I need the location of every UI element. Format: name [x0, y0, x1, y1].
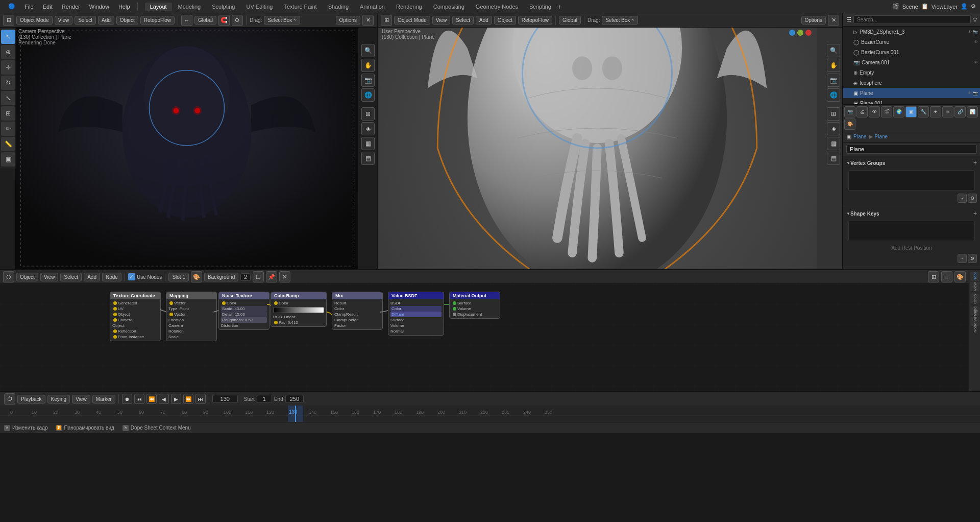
select-tool-icon[interactable]: ↖ — [1, 30, 15, 44]
props-bc-plane1[interactable]: Plane — [853, 134, 867, 139]
tab-compositing[interactable]: Compositing — [428, 3, 470, 11]
add-menu-right[interactable]: Add — [476, 16, 492, 25]
marker-btn[interactable]: Marker — [92, 395, 115, 404]
sk-settings-btn[interactable]: ⚙ — [968, 254, 977, 263]
props-scene-icon[interactable]: 🎬 — [881, 106, 892, 117]
tab-texture-paint[interactable]: Texture Paint — [279, 3, 322, 11]
use-nodes-checkbox[interactable]: ✓ — [128, 273, 135, 280]
node-tab-tool[interactable]: Tool — [970, 272, 979, 281]
node-node-btn[interactable]: Node — [102, 273, 121, 281]
end-frame[interactable]: 250 — [285, 395, 304, 403]
scale-tool-icon[interactable]: ⤡ — [1, 91, 15, 105]
outliner-item-empty[interactable]: ⊕ Empty — [843, 67, 980, 78]
node-tab-wrangler[interactable]: Node Wrang — [970, 317, 979, 326]
close-vp-left[interactable]: ✕ — [362, 15, 374, 26]
play-btn[interactable]: ▶ — [171, 394, 181, 404]
tab-layout[interactable]: Layout — [145, 3, 172, 11]
step-back-btn[interactable]: ⏪ — [146, 394, 157, 404]
view-front-right[interactable]: ▦ — [827, 137, 840, 150]
pm3d-vis[interactable]: 👁 — [968, 30, 972, 34]
rotate-tool-icon[interactable]: ↻ — [1, 76, 15, 90]
camera-left[interactable]: 📷 — [361, 74, 375, 87]
menu-edit[interactable]: Edit — [39, 3, 57, 11]
tab-scripting[interactable]: Scripting — [524, 3, 556, 11]
plane-render[interactable]: 📷 — [973, 91, 978, 96]
outliner-item-beziercurve[interactable]: ◯ BezierCurve 👁 — [843, 37, 980, 47]
tab-shading[interactable]: Shading — [323, 3, 354, 11]
menu-help[interactable]: Help — [114, 3, 134, 11]
node-right-icon3[interactable]: 🎨 — [954, 271, 966, 282]
play-back-btn[interactable]: ◀ — [159, 394, 169, 404]
props-view-icon[interactable]: 👁 — [869, 106, 880, 117]
props-modifier-icon[interactable]: 🔧 — [918, 106, 929, 117]
timeline-type-icon[interactable]: ⏱ — [4, 393, 15, 405]
view-menu-right[interactable]: View — [432, 16, 451, 25]
sk-add-btn[interactable]: + — [973, 210, 977, 217]
pm3d-render[interactable]: 📷 — [973, 30, 978, 34]
background-dropdown[interactable]: Background — [204, 273, 238, 281]
viewport-left[interactable]: ⊞ Object Mode View Select Add Object Ret… — [0, 13, 378, 269]
play-record-btn[interactable]: ⏺ — [122, 394, 132, 404]
node-select-btn[interactable]: Select — [60, 273, 82, 281]
vg-settings-btn[interactable]: ⚙ — [968, 194, 977, 203]
rotate-view-left[interactable]: 🌐 — [361, 88, 375, 102]
add-workspace-button[interactable]: + — [557, 3, 561, 11]
current-frame-display[interactable]: 130 — [212, 395, 238, 403]
node-add-btn[interactable]: Add — [84, 273, 100, 281]
vg-add-btn[interactable]: + — [973, 159, 977, 167]
left-vp-canvas[interactable] — [15, 28, 358, 269]
vg-minus-btn[interactable]: - — [958, 194, 967, 203]
object-menu-right[interactable]: Object — [494, 16, 516, 25]
zoom-in-right[interactable]: 🔍 — [827, 44, 840, 57]
playback-btn[interactable]: Playback — [17, 395, 45, 404]
settings-icon[interactable]: ⚙ — [971, 3, 976, 10]
props-constraints-icon[interactable]: 🔗 — [954, 106, 966, 117]
vertex-groups-header[interactable]: ▼ Vertex Groups + — [846, 158, 977, 168]
transform-icon[interactable]: ↔ — [181, 15, 192, 26]
keying-btn[interactable]: Keying — [47, 395, 70, 404]
node-canvas[interactable]: Texture Coordinate Generated UV Object C… — [0, 284, 969, 391]
local-view-right[interactable]: ◈ — [827, 122, 840, 135]
object-menu-left[interactable]: Object — [116, 16, 138, 25]
node-editor-main[interactable]: ⬡ Object View Select Add Node ✓ Use Node… — [0, 270, 969, 391]
node-tab-options[interactable]: Optio — [970, 294, 979, 303]
tab-uv-editing[interactable]: UV Editing — [241, 3, 278, 11]
node-tab-view[interactable]: View — [970, 282, 979, 291]
node-right-icon2[interactable]: ≡ — [941, 271, 952, 282]
outliner-search[interactable] — [853, 15, 971, 24]
menu-file[interactable]: File — [20, 3, 38, 11]
props-data-icon[interactable]: 📊 — [967, 106, 978, 117]
tab-rendering[interactable]: Rendering — [391, 3, 427, 11]
rotate-view-right[interactable]: 🌐 — [827, 88, 840, 102]
annotate-tool-icon[interactable]: ✏ — [1, 122, 15, 136]
measure-tool-icon[interactable]: 📏 — [1, 137, 15, 151]
select-menu-left[interactable]: Select — [75, 16, 96, 25]
viewport-right[interactable]: ⊞ Object Mode View Select Add Object Ret… — [378, 13, 842, 269]
drag-dropdown-r[interactable]: Select Box ~ — [602, 16, 638, 25]
filter-icon[interactable]: ▽ — [973, 16, 977, 23]
move-tool-icon[interactable]: ✛ — [1, 60, 15, 75]
slot-num-field[interactable]: 2 — [240, 273, 251, 281]
outliner-item-pm3d[interactable]: ▷ PM3D_ZSphere1_3 👁 📷 — [843, 27, 980, 37]
props-material-icon[interactable]: 🎨 — [844, 118, 855, 130]
options-btn-left[interactable]: Options — [336, 16, 360, 25]
select-menu-right[interactable]: Select — [452, 16, 474, 25]
options-btn-right[interactable]: Options — [801, 16, 826, 25]
close-vp-right[interactable]: ✕ — [828, 15, 839, 26]
node-noise-texture[interactable]: Noise Texture Color Scale: 40.00 Detail:… — [218, 292, 270, 330]
node-value-bsdf[interactable]: Value BSDF BSDF Color Diffuse Surface Vo… — [388, 292, 444, 336]
timeline-track[interactable]: 0 10 20 30 40 50 60 70 80 90 100 110 120 — [0, 406, 980, 422]
sk-minus-btn[interactable]: - — [958, 254, 967, 263]
start-frame[interactable]: 1 — [257, 395, 272, 403]
step-fwd-btn[interactable]: ⏩ — [183, 394, 193, 404]
pan-right[interactable]: ✋ — [827, 59, 840, 72]
tab-geometry-nodes[interactable]: Geometry Nodes — [471, 3, 523, 11]
tab-modeling[interactable]: Modeling — [173, 3, 206, 11]
slot-dropdown[interactable]: Slot 1 — [168, 273, 189, 281]
jump-start-btn[interactable]: ⏮ — [134, 394, 144, 404]
view-side-right[interactable]: ▤ — [827, 152, 840, 165]
props-particles-icon[interactable]: ✦ — [930, 106, 941, 117]
drag-dropdown-left[interactable]: Select Box ~ — [264, 16, 300, 25]
ortho-toggle-right[interactable]: ⊞ — [827, 107, 840, 121]
snap-icon[interactable]: 🧲 — [218, 15, 230, 26]
